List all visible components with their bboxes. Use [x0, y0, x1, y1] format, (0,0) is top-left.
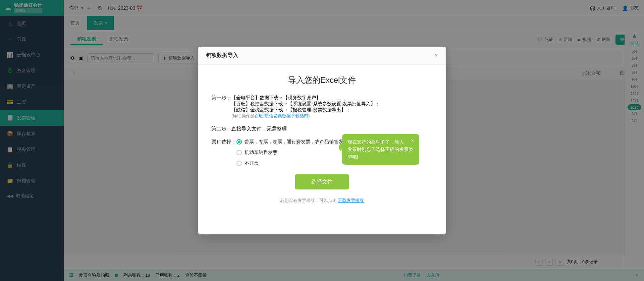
- guide-link[interactable]: 百旺/航信发票数据下载指南: [255, 113, 308, 118]
- ticket-label: 票种选择：: [211, 139, 236, 145]
- radio-option-1[interactable]: 普票，专票，卷票，通行费发票，农产品销售发票: [236, 139, 348, 145]
- radio-option-2[interactable]: 机动车销售发票: [236, 150, 348, 156]
- step2-label: 第二步：: [211, 126, 231, 132]
- tooltip-connector-dot: [339, 144, 343, 149]
- step1-line1: 【全电平台】数据下载→【税务数字账户】；: [231, 95, 380, 101]
- tooltip-bubble: × 现在支持的票种多了，导入发票时别忘了选择正确的发票类型哦!: [342, 134, 419, 165]
- radio-label-2: 机动车销售发票: [245, 150, 277, 156]
- radio-label-1: 普票，专票，卷票，通行费发票，农产品销售发票: [245, 139, 348, 145]
- modal-close-btn[interactable]: ×: [434, 52, 438, 59]
- footer-note-text: 若您没有发票模版，可以点击: [280, 198, 337, 203]
- tooltip-close-btn[interactable]: ×: [411, 138, 414, 143]
- step2-section: 第二步： 直接导入文件，无需整理: [211, 126, 433, 132]
- radio-circle-2: [236, 150, 242, 155]
- step1-content: 【全电平台】数据下载→【税务数字账户】； 【百旺】税控盘数据下载→【系统设置-系…: [231, 95, 380, 119]
- modal-header: 销项数据导入 ×: [198, 47, 446, 65]
- radio-circle-3: [236, 161, 242, 166]
- radio-circle-1: [236, 139, 242, 145]
- tooltip-text: 现在支持的票种多了，导入发票时别忘了选择正确的发票类型哦!: [347, 139, 413, 160]
- step1-line2: 【百旺】税控盘数据下载→【系统设置-系统参数设置-发票批量导入】；: [231, 101, 380, 107]
- modal-title: 销项数据导入: [206, 52, 238, 59]
- download-template-link[interactable]: 下载发票模版: [338, 198, 364, 203]
- select-file-btn[interactable]: 选择文件: [295, 174, 349, 189]
- step2-content: 直接导入文件，无需整理: [231, 126, 287, 132]
- radio-group: 普票，专票，卷票，通行费发票，农产品销售发票 机动车销售发票 不开票: [236, 139, 348, 166]
- step1-note: (详细操作见百旺/航信发票数据下载指南): [231, 113, 380, 119]
- step1-section: 第一步： 【全电平台】数据下载→【税务数字账户】； 【百旺】税控盘数据下载→【系…: [211, 95, 433, 119]
- radio-option-3[interactable]: 不开票: [236, 160, 348, 166]
- radio-label-3: 不开票: [245, 160, 259, 166]
- step1-label: 第一步：: [211, 95, 231, 101]
- modal-footer-note: 若您没有发票模版，可以点击 下载发票模版: [211, 198, 433, 204]
- step1-line3: 【航信】金税盘数据下载→【报税管理-发票数据导出】；: [231, 107, 380, 113]
- modal-main-title: 导入您的Excel文件: [211, 75, 433, 86]
